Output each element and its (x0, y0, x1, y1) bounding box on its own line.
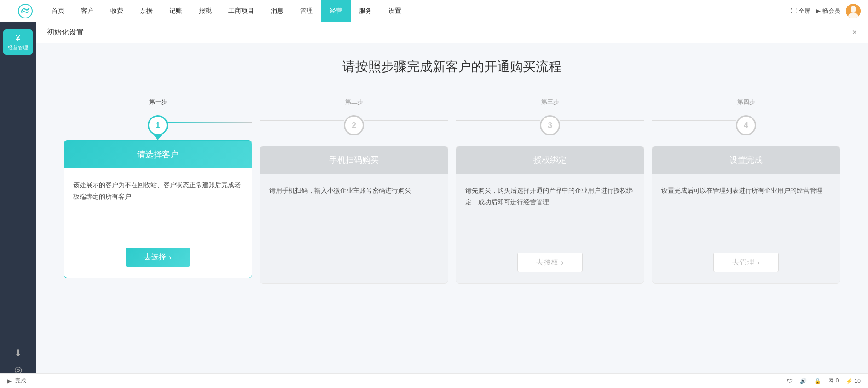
step3-card-header: 授权绑定 (456, 146, 644, 174)
step1-action-label: 去选择 (144, 253, 166, 262)
fullscreen-button[interactable]: ⛶ 全屏 (791, 7, 810, 15)
step1-action-button[interactable]: 去选择 › (126, 248, 190, 267)
nav-billing[interactable]: 收费 (102, 0, 132, 22)
nav-operation[interactable]: 经营 (321, 0, 351, 22)
setup-heading: 请按照步骤完成新客户的开通购买流程 (64, 58, 840, 76)
step2-card-header: 手机扫码购买 (260, 146, 448, 174)
step3-card-body: 请先购买，购买后选择开通的产品中的企业用户进行授权绑定，成功后即可进行经营管理 (456, 174, 644, 245)
layout: ¥ 经营管理 ⬇ ◎ 初始化设置 × 请按照步骤完成新客户的开通购买流程 第一步 (0, 22, 868, 388)
nav-right: ⛶ 全屏 ▶ 畅会员 (791, 4, 861, 18)
connector-3a (456, 120, 540, 121)
step1-circle: 1 (148, 115, 168, 135)
step4-card-body: 设置完成后可以在管理列表进行所有企业用户的经营管理 (652, 174, 840, 245)
sidebar-item-operation[interactable]: ¥ 经营管理 (3, 29, 33, 55)
connector-4a (652, 120, 736, 121)
step4-card: 设置完成 设置完成后可以在管理列表进行所有企业用户的经营管理 去管理 › (652, 146, 840, 284)
step4-card-header: 设置完成 (652, 146, 840, 174)
setup-area: 请按照步骤完成新客户的开通购买流程 第一步 1 (36, 43, 868, 299)
step1-card-footer: 去选择 › (64, 241, 252, 278)
nav-customer[interactable]: 客户 (73, 0, 102, 22)
step2-card-body: 请用手机扫码，输入小微企业主账号密码进行购买 (260, 174, 448, 265)
nav-settings[interactable]: 设置 (380, 0, 410, 22)
step2-circle: 2 (344, 115, 364, 135)
step4-circle: 4 (736, 115, 756, 135)
lock-icon: 🔒 (814, 378, 821, 384)
step4-action-symbol: › (757, 259, 759, 267)
nav-invoice[interactable]: 票据 (132, 0, 161, 22)
step3-action-label: 去授权 (536, 258, 558, 267)
steps-and-cards: 第一步 1 请选择客户 该处展示的客户为不在回收站、客户状态正常建账后完成老板端… (64, 98, 840, 284)
step3-circle: 3 (540, 115, 560, 135)
step3-action-button[interactable]: 去授权 › (517, 253, 582, 272)
member-button[interactable]: ▶ 畅会员 (816, 7, 840, 15)
step-col-1: 第一步 1 请选择客户 该处展示的客户为不在回收站、客户状态正常建账后完成老板端… (64, 98, 252, 284)
step2-label: 第二步 (345, 98, 363, 106)
svg-point-0 (18, 4, 32, 18)
battery-info: ⚡ 10 (846, 378, 861, 384)
volume-icon: 🔊 (800, 378, 807, 384)
sidebar-item-label: 经营管理 (8, 44, 28, 51)
network-info: 网 0 (828, 377, 839, 385)
nav-manage[interactable]: 管理 (292, 0, 321, 22)
step4-card-footer: 去管理 › (652, 245, 840, 283)
svg-point-2 (851, 6, 856, 12)
step2-card: 手机扫码购买 请用手机扫码，输入小微企业主账号密码进行购买 (260, 146, 448, 284)
step2-circle-wrap: 2 (344, 115, 364, 141)
operation-icon: ¥ (15, 33, 20, 42)
avatar[interactable] (846, 4, 861, 18)
step1-card-header: 请选择客户 (64, 141, 252, 168)
step3-card-footer: 去授权 › (456, 245, 644, 283)
connector-2a (260, 120, 344, 121)
nav-service[interactable]: 服务 (351, 0, 380, 22)
play-icon: ▶ (7, 378, 12, 384)
nav-tax[interactable]: 报税 (191, 0, 220, 22)
step1-action-symbol: › (169, 253, 171, 262)
nav-home[interactable]: 首页 (43, 0, 73, 22)
nav-business[interactable]: 工商项目 (220, 0, 262, 22)
page-header: 初始化设置 × (36, 22, 868, 43)
nav-items: 首页 客户 收费 票据 记账 报税 工商项目 消息 管理 经营 服务 设置 (43, 0, 791, 22)
shield-icon: 🛡 (787, 378, 793, 384)
close-button[interactable]: × (852, 28, 857, 37)
nav-message[interactable]: 消息 (262, 0, 292, 22)
fullscreen-label: 全屏 (799, 7, 810, 15)
connector-3b (560, 120, 644, 121)
step3-circle-wrap: 3 (540, 115, 560, 141)
step1-card: 请选择客户 该处展示的客户为不在回收站、客户状态正常建账后完成老板端绑定的所有客… (64, 140, 252, 278)
step-col-2: 第二步 2 手机扫码购买 请用手机扫码，输入小微企业主账号密码进行购买 (260, 98, 448, 284)
logo-icon (18, 4, 33, 18)
step4-circle-wrap: 4 (736, 115, 756, 141)
step1-circle-wrap: 1 (148, 115, 168, 140)
step3-label: 第三步 (541, 98, 559, 106)
step3-action-symbol: › (561, 259, 563, 267)
main-content: 初始化设置 × 请按照步骤完成新客户的开通购买流程 第一步 1 (36, 22, 868, 388)
step1-card-body: 该处展示的客户为不在回收站、客户状态正常建账后完成老板端绑定的所有客户 (64, 168, 252, 241)
step2-card-footer (260, 265, 448, 283)
page-title: 初始化设置 (47, 28, 84, 37)
sidebar: ¥ 经营管理 ⬇ ◎ (0, 22, 36, 388)
download-icon[interactable]: ⬇ (14, 347, 22, 359)
top-nav: 首页 客户 收费 票据 记账 报税 工商项目 消息 管理 经营 服务 设置 ⛶ … (0, 0, 868, 22)
connector-2b (364, 120, 448, 121)
step-col-3: 第三步 3 授权绑定 请先购买，购买后选择开通的产品中的企业用户进行授权绑定，成… (456, 98, 644, 284)
step4-action-label: 去管理 (732, 258, 754, 267)
status-right: 🛡 🔊 🔒 网 0 ⚡ 10 (787, 377, 861, 385)
logo (7, 4, 43, 18)
fullscreen-icon: ⛶ (791, 7, 797, 14)
step4-label: 第四步 (737, 98, 755, 106)
step-col-4: 第四步 4 设置完成 设置完成后可以在管理列表进行所有企业用户的经营管理 (652, 98, 840, 284)
member-label: 畅会员 (822, 7, 840, 15)
step1-label: 第一步 (149, 98, 167, 106)
connector-1 (168, 122, 252, 123)
step3-card: 授权绑定 请先购买，购买后选择开通的产品中的企业用户进行授权绑定，成功后即可进行… (456, 146, 644, 284)
step4-action-button[interactable]: 去管理 › (713, 253, 778, 272)
nav-accounting[interactable]: 记账 (161, 0, 191, 22)
status-label: 完成 (15, 377, 26, 385)
status-left: ▶ 完成 (7, 377, 26, 385)
status-bar: ▶ 完成 🛡 🔊 🔒 网 0 ⚡ 10 (0, 373, 868, 388)
member-icon: ▶ (816, 7, 821, 14)
